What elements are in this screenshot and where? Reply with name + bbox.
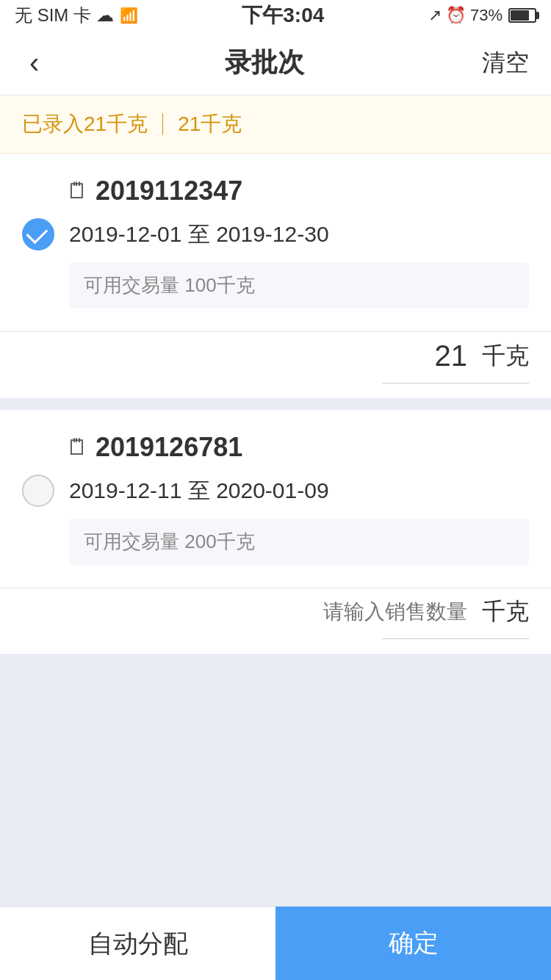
section-divider <box>0 398 551 410</box>
batch1-header: 🗒 2019112347 <box>22 176 529 206</box>
batch1-date: 2019-12-01 至 2019-12-30 <box>69 220 329 250</box>
batch2-qty-input[interactable] <box>247 600 467 624</box>
batch2-unit: 千克 <box>482 596 529 628</box>
batch1-date-row: 2019-12-01 至 2019-12-30 <box>22 218 529 251</box>
empty-content-area <box>0 654 551 948</box>
batch1-number: 2019112347 <box>96 176 242 206</box>
back-button[interactable]: ‹ <box>22 39 46 87</box>
batch2-card: 🗒 2019126781 2019-12-11 至 2020-01-09 可用交… <box>0 410 551 587</box>
nav-bar: ‹ 录批次 清空 <box>0 31 551 96</box>
batch1-available-qty: 可用交易量 100千克 <box>69 262 529 309</box>
battery-icon <box>508 8 536 23</box>
batch1-unit: 千克 <box>482 340 529 372</box>
batch1-icon: 🗒 <box>66 179 88 203</box>
page-title: 录批次 <box>225 45 304 81</box>
batch1-qty-row: 千克 <box>0 332 551 383</box>
status-right: ↗ ⏰ 73% <box>428 6 536 25</box>
location-icon: ↗ <box>428 6 442 25</box>
total-qty-label: 21千克 <box>178 110 242 138</box>
clear-button[interactable]: 清空 <box>482 47 529 79</box>
recorded-qty-label: 已录入21千克 <box>22 110 148 138</box>
confirm-button[interactable]: 确定 <box>276 907 551 980</box>
status-left: 无 SIM 卡 ☁ 📶 <box>15 4 138 27</box>
batch2-date-row: 2019-12-11 至 2020-01-09 <box>22 475 529 507</box>
wifi-icon: 📶 <box>120 7 138 24</box>
batch2-available-qty: 可用交易量 200千克 <box>69 519 529 565</box>
batch2-date: 2019-12-11 至 2020-01-09 <box>69 476 329 506</box>
info-divider <box>162 113 163 135</box>
batch2-number: 2019126781 <box>96 432 242 463</box>
batch1-qty-input[interactable] <box>394 339 467 372</box>
info-banner: 已录入21千克 21千克 <box>0 96 551 154</box>
batch2-qty-row: 千克 <box>0 588 551 638</box>
batch1-radio[interactable] <box>22 218 54 251</box>
status-time: 下午3:04 <box>242 1 324 29</box>
alarm-icon: ⏰ <box>446 6 466 25</box>
batch1-card: 🗒 2019112347 2019-12-01 至 2019-12-30 可用交… <box>0 154 551 331</box>
auto-distribute-button[interactable]: 自动分配 <box>0 907 276 980</box>
bottom-bar: 自动分配 确定 <box>0 907 551 980</box>
status-bar: 无 SIM 卡 ☁ 📶 下午3:04 ↗ ⏰ 73% <box>0 0 551 31</box>
no-sim-label: 无 SIM 卡 ☁ <box>15 4 114 27</box>
batch2-header: 🗒 2019126781 <box>22 432 529 463</box>
batch2-icon: 🗒 <box>66 435 88 460</box>
batch2-radio[interactable] <box>22 475 54 507</box>
battery-percent: 73% <box>470 6 503 25</box>
